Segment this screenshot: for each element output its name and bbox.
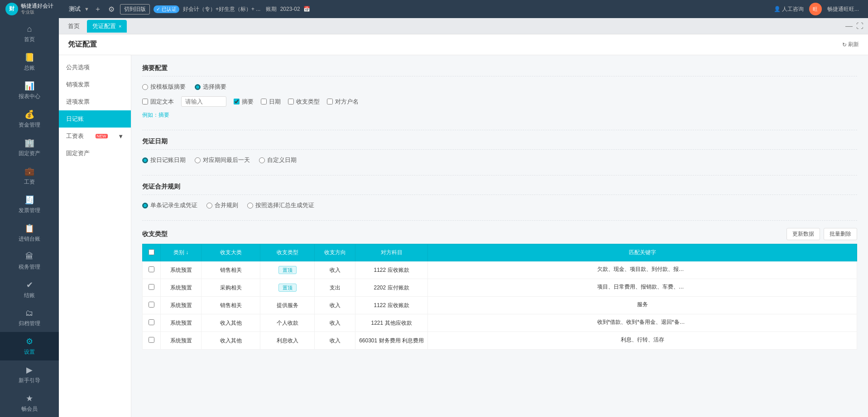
select-all-checkbox[interactable] xyxy=(149,249,154,255)
radio-merge-rule-input[interactable] xyxy=(206,203,212,208)
row-checkbox-cell[interactable] xyxy=(143,297,161,314)
checkbox-date[interactable]: 日期 xyxy=(261,98,281,106)
sub-type-tag[interactable]: 置顶 xyxy=(278,266,297,274)
guide-icon: ▶ xyxy=(26,365,33,375)
settings-icon[interactable]: ⚙ xyxy=(106,4,116,14)
row-category: 系统预置 xyxy=(161,261,201,279)
tab-maximize-icon[interactable]: ⛶ xyxy=(856,22,863,30)
tab-home-label: 首页 xyxy=(68,22,80,30)
sidebar-item-member[interactable]: ★ 畅会员 xyxy=(0,389,59,417)
radio-custom-date-input[interactable] xyxy=(259,157,265,163)
sidebar-item-settings[interactable]: ⚙ 设置 xyxy=(0,332,59,360)
add-button[interactable]: ＋ xyxy=(93,4,103,14)
tab-voucher-config[interactable]: 凭证配置 × xyxy=(87,20,127,33)
row-keyword: 利息、行转、活存 xyxy=(428,332,857,350)
sidebar-label-guide: 新手引导 xyxy=(19,377,40,384)
switch-old-version-button[interactable]: 切到旧版 xyxy=(120,4,150,14)
calendar-icon[interactable]: 📅 xyxy=(303,6,310,12)
sidebar-item-purchase-sales[interactable]: 📋 进销台账 xyxy=(0,219,59,247)
sub-type-tag[interactable]: 置顶 xyxy=(278,284,297,292)
row-checkbox-cell[interactable] xyxy=(143,279,161,297)
left-menu-public[interactable]: 公共选项 xyxy=(59,59,131,76)
table-row: 系统预置 采购相关 置顶 支出 2202 应付账款 项目、日常费用、报销款、车费… xyxy=(143,279,857,297)
radio-period-last-day-input[interactable] xyxy=(195,157,201,163)
th-category[interactable]: 类别 ↓ xyxy=(161,244,201,261)
salary-icon: 💼 xyxy=(24,166,34,176)
row-checkbox-0[interactable] xyxy=(149,266,154,272)
left-menu-sales-invoice[interactable]: 销项发票 xyxy=(59,76,131,93)
sidebar-item-salary[interactable]: 💼 工资 xyxy=(0,162,59,190)
row-checkbox-cell[interactable] xyxy=(143,332,161,350)
batch-delete-button[interactable]: 批量删除 xyxy=(824,228,857,240)
radio-single-voucher[interactable]: 单条记录生成凭证 xyxy=(142,201,197,209)
checkbox-summary[interactable]: 摘要 xyxy=(234,98,254,106)
radio-journal-date-input[interactable] xyxy=(142,157,148,163)
date-checkbox[interactable] xyxy=(261,99,267,104)
dropdown-icon[interactable]: ▼ xyxy=(84,6,89,12)
sidebar-item-tax[interactable]: 🏛 税务管理 xyxy=(0,247,59,275)
home-icon: ⌂ xyxy=(27,24,32,34)
counterparty-checkbox[interactable] xyxy=(327,99,333,104)
radio-period-last-day[interactable]: 对应期间最后一天 xyxy=(195,156,250,164)
fixed-text-input[interactable] xyxy=(181,96,226,107)
radio-by-selection[interactable]: 按照选择汇总生成凭证 xyxy=(247,201,314,209)
sidebar-label-reports: 报表中心 xyxy=(19,93,40,100)
left-menu-payroll[interactable]: 工资表 NEW ▼ xyxy=(59,128,131,145)
checkbox-fixed-text[interactable]: 固定文本 xyxy=(142,98,174,106)
checkbox-counterparty[interactable]: 对方户名 xyxy=(327,98,359,106)
tab-minimize-icon[interactable]: — xyxy=(845,22,853,30)
radio-journal-date[interactable]: 按日记账日期 xyxy=(142,156,186,164)
table-row: 系统预置 销售相关 置顶 收入 1122 应收账款 欠款、现金、项目款、到付款、… xyxy=(143,261,857,279)
row-category: 系统预置 xyxy=(161,297,201,314)
income-type-checkbox[interactable] xyxy=(288,99,294,104)
radio-select-summary-input[interactable] xyxy=(195,84,201,90)
row-sub-type: 个人收款 xyxy=(260,314,315,332)
tab-close-icon[interactable]: × xyxy=(119,24,121,29)
left-menu-fixed-assets[interactable]: 固定资产 xyxy=(59,145,131,162)
income-type-title: 收支类型 xyxy=(142,230,168,238)
sidebar-item-reports[interactable]: 📊 报表中心 xyxy=(0,76,59,105)
update-data-button[interactable]: 更新数据 xyxy=(786,228,820,240)
radio-by-template-input[interactable] xyxy=(142,84,148,90)
radio-merge-rule[interactable]: 合并规则 xyxy=(206,201,238,209)
sidebar-item-ledger[interactable]: 📒 总账 xyxy=(0,48,59,76)
row-direction: 收入 xyxy=(315,314,355,332)
radio-single-voucher-input[interactable] xyxy=(142,203,148,208)
radio-by-template[interactable]: 按模板版摘要 xyxy=(142,83,186,91)
refresh-button[interactable]: ↻ 刷新 xyxy=(842,41,859,48)
row-checkbox-4[interactable] xyxy=(149,337,154,343)
sidebar-item-guide[interactable]: ▶ 新手引导 xyxy=(0,360,59,389)
radio-by-selection-input[interactable] xyxy=(247,203,253,208)
left-menu-journal[interactable]: 日记账 xyxy=(59,110,131,128)
radio-select-summary[interactable]: 选择摘要 xyxy=(195,83,226,91)
checkbox-income-type[interactable]: 收支类型 xyxy=(288,98,320,106)
sidebar-item-home[interactable]: ⌂ 首页 xyxy=(0,20,59,48)
sidebar-item-archive[interactable]: 🗂 归档管理 xyxy=(0,304,59,332)
logo-area: 财 畅捷通好会计 专业版 xyxy=(5,3,64,15)
row-checkbox-1[interactable] xyxy=(149,284,154,290)
sidebar-label-salary: 工资 xyxy=(24,178,35,186)
summary-checkbox[interactable] xyxy=(234,99,240,104)
row-checkbox-cell[interactable] xyxy=(143,261,161,279)
top-header: 财 畅捷通好会计 专业版 测试 ▼ ＋ ⚙ 切到旧版 ✓ 已认证 好会计（专）+… xyxy=(0,0,868,18)
sidebar-item-funds[interactable]: 💰 资金管理 xyxy=(0,105,59,133)
row-keyword: 项目、日常费用、报销款、车费、承兑汇票、付款 xyxy=(428,279,857,297)
sidebar-item-closing[interactable]: ✔ 结账 xyxy=(0,275,59,304)
row-checkbox-2[interactable] xyxy=(149,302,154,308)
company-name: 测试 xyxy=(69,5,81,13)
left-menu-purchase-invoice[interactable]: 进项发票 xyxy=(59,93,131,110)
summary-section: 摘要配置 按模板版摘要 选择摘要 xyxy=(142,64,857,119)
header-right: 👤 人工咨询 旺 畅捷通旺旺... xyxy=(774,3,863,15)
fixed-text-checkbox[interactable] xyxy=(142,99,148,104)
radio-custom-date[interactable]: 自定义日期 xyxy=(259,156,297,164)
consult-button[interactable]: 👤 人工咨询 xyxy=(774,5,804,13)
sidebar-item-invoice-mgmt[interactable]: 🧾 发票管理 xyxy=(0,190,59,219)
th-checkbox[interactable] xyxy=(143,244,161,261)
row-checkbox-cell[interactable] xyxy=(143,314,161,332)
purchase-sales-icon: 📋 xyxy=(24,223,34,233)
row-sub-type: 利息收入 xyxy=(260,332,315,350)
tab-home[interactable]: 首页 xyxy=(62,20,85,33)
sidebar-item-fixed-assets[interactable]: 🏢 固定资产 xyxy=(0,133,59,162)
row-direction: 收入 xyxy=(315,332,355,350)
row-checkbox-3[interactable] xyxy=(149,319,154,325)
